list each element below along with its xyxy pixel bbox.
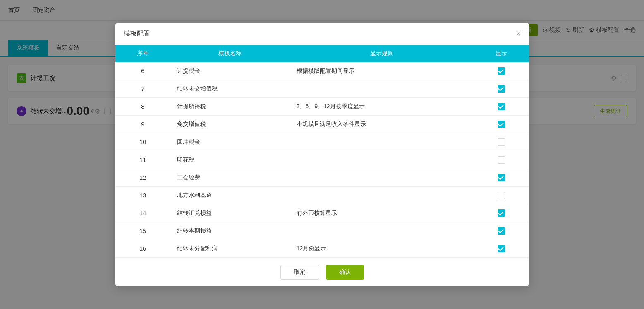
row-id: 9 [115,116,170,133]
row-rule: 根据模版配置期间显示 [290,62,474,80]
row-name: 结转未分配利润 [170,240,290,258]
row-show[interactable] [474,62,529,80]
row-name: 回冲税金 [170,133,290,151]
table-row: 13地方水利基金 [115,187,529,204]
row-rule [290,169,474,187]
row-rule: 有外币核算显示 [290,204,474,222]
table-row: 6计提税金根据模版配置期间显示 [115,62,529,80]
row-show[interactable] [474,133,529,151]
row-id: 10 [115,133,170,151]
checkbox-row-10[interactable] [480,138,522,146]
table-row: 15结转本期损益 [115,222,529,240]
row-id: 8 [115,98,170,116]
modal-header: 模板配置 × [115,23,529,45]
table-row: 9免交增值税小规模且满足收入条件显示 [115,116,529,133]
row-id: 16 [115,240,170,258]
row-show[interactable] [474,204,529,222]
table-body: 6计提税金根据模版配置期间显示7结转未交增值税8计提所得税3、6、9、12月按季… [115,62,529,258]
col-header-rule: 显示规则 [290,45,474,62]
row-id: 15 [115,222,170,240]
table-row: 16结转未分配利润12月份显示 [115,240,529,258]
table-row: 8计提所得税3、6、9、12月按季度显示 [115,98,529,116]
checkbox-row-13[interactable] [480,192,522,199]
modal-body[interactable]: 序号 模板名称 显示规则 显示 6计提税金根据模版配置期间显示7结转未交增值税8… [115,45,529,258]
modal-title: 模板配置 [124,29,150,38]
confirm-button[interactable]: 确认 [326,265,364,280]
checkbox-row-11[interactable] [480,156,522,164]
row-show[interactable] [474,222,529,240]
modal-footer: 取消 确认 [115,258,529,286]
modal-overlay: 模板配置 × 序号 模板名称 显示规则 显示 6计提税金根据模版配置期间显示7结… [0,0,644,309]
row-id: 14 [115,204,170,222]
row-id: 6 [115,62,170,80]
checkbox-row-9[interactable] [480,121,522,128]
table-row: 14结转汇兑损益有外币核算显示 [115,204,529,222]
row-name: 印花税 [170,151,290,169]
row-rule [290,187,474,204]
template-config-modal: 模板配置 × 序号 模板名称 显示规则 显示 6计提税金根据模版配置期间显示7结… [115,23,529,286]
row-name: 工会经费 [170,169,290,187]
table-row: 10回冲税金 [115,133,529,151]
row-name: 结转未交增值税 [170,80,290,98]
row-name: 计提所得税 [170,98,290,116]
row-show[interactable] [474,80,529,98]
row-rule [290,222,474,240]
row-name: 地方水利基金 [170,187,290,204]
cancel-button[interactable]: 取消 [280,265,319,280]
row-id: 7 [115,80,170,98]
col-header-id: 序号 [115,45,170,62]
row-rule: 小规模且满足收入条件显示 [290,116,474,133]
row-name: 结转汇兑损益 [170,204,290,222]
table-row: 11印花税 [115,151,529,169]
col-header-show: 显示 [474,45,529,62]
checkbox-row-6[interactable] [480,67,522,75]
col-header-name: 模板名称 [170,45,290,62]
row-id: 12 [115,169,170,187]
table-row: 7结转未交增值税 [115,80,529,98]
row-show[interactable] [474,98,529,116]
table-head: 序号 模板名称 显示规则 显示 [115,45,529,62]
row-name: 免交增值税 [170,116,290,133]
row-rule [290,151,474,169]
modal-close-button[interactable]: × [516,30,521,38]
checkbox-row-16[interactable] [480,245,522,252]
row-show[interactable] [474,240,529,258]
row-id: 11 [115,151,170,169]
row-rule: 12月份显示 [290,240,474,258]
checkbox-row-8[interactable] [480,103,522,110]
checkbox-row-12[interactable] [480,174,522,181]
table-header-row: 序号 模板名称 显示规则 显示 [115,45,529,62]
row-show[interactable] [474,116,529,133]
checkbox-row-15[interactable] [480,227,522,235]
config-table: 序号 模板名称 显示规则 显示 6计提税金根据模版配置期间显示7结转未交增值税8… [115,45,529,258]
row-show[interactable] [474,169,529,187]
row-show[interactable] [474,187,529,204]
checkbox-row-7[interactable] [480,85,522,93]
row-rule [290,80,474,98]
row-name: 结转本期损益 [170,222,290,240]
checkbox-row-14[interactable] [480,209,522,217]
table-row: 12工会经费 [115,169,529,187]
row-name: 计提税金 [170,62,290,80]
row-rule [290,133,474,151]
row-id: 13 [115,187,170,204]
row-show[interactable] [474,151,529,169]
row-rule: 3、6、9、12月按季度显示 [290,98,474,116]
